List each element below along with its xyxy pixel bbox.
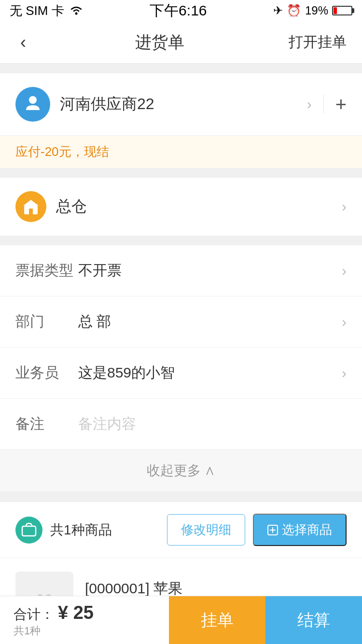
products-header: 共1种商品 修改明细 选择商品 (0, 502, 362, 558)
page-title: 进货单 (135, 31, 184, 54)
footer-total: 合计： ¥ 25 共1种 (0, 596, 169, 644)
chevron-right-icon-2: › (342, 198, 347, 215)
person-icon (24, 94, 42, 115)
hang-button[interactable]: 挂单 (169, 596, 265, 644)
chevron-right-icon-4: › (342, 314, 347, 330)
cart-icon (21, 522, 37, 538)
gap-1 (0, 64, 362, 73)
chevron-right-icon-3: › (342, 263, 347, 279)
svg-point-0 (75, 12, 77, 14)
total-amount: ¥ 25 (58, 602, 94, 623)
warehouse-card: 总仓 › (0, 178, 362, 236)
supplier-avatar (15, 87, 50, 122)
status-left: 无 SIM 卡 (10, 2, 84, 19)
collapse-label: 收起更多 ∧ (147, 463, 216, 478)
location-icon: ✈ (273, 4, 283, 17)
chevron-right-icon-5: › (342, 365, 347, 381)
status-time: 下午6:16 (150, 1, 207, 21)
salesman-label: 业务员 (15, 363, 78, 383)
product-code: [0000001] (85, 580, 149, 596)
status-right: ✈ ⏰ 19% (273, 4, 352, 17)
supplier-name: 河南供应商22 (60, 94, 307, 115)
footer-bar: 合计： ¥ 25 共1种 挂单 结算 (0, 596, 362, 644)
add-button[interactable]: + (335, 94, 347, 115)
products-icon-wrap (15, 517, 42, 544)
dept-row[interactable]: 部门 总 部 › (0, 296, 362, 348)
checkout-label: 结算 (297, 609, 330, 631)
salesman-value: 这是859的小智 (78, 363, 342, 383)
total-label: 合计： (14, 605, 54, 624)
supplier-row[interactable]: 河南供应商22 › + (0, 73, 362, 136)
dept-label: 部门 (15, 312, 78, 332)
form-section: 票据类型 不开票 › 部门 总 部 › 业务员 这是859的小智 › 备注 备注… (0, 245, 362, 449)
chevron-right-icon: › (307, 96, 312, 112)
svg-marker-3 (23, 200, 39, 206)
open-pending-button[interactable]: 打开挂单 (289, 32, 347, 52)
product-title: 苹果 (153, 580, 182, 596)
dept-value: 总 部 (78, 312, 342, 332)
carrier-text: 无 SIM 卡 (10, 2, 64, 19)
invoice-row[interactable]: 票据类型 不开票 › (0, 245, 362, 296)
select-icon (267, 525, 278, 535)
select-product-label: 选择商品 (282, 521, 332, 538)
back-button[interactable]: ‹ (15, 28, 31, 57)
gap-2 (0, 168, 362, 178)
total-top: 合计： ¥ 25 (14, 602, 155, 624)
svg-point-1 (29, 96, 37, 104)
warehouse-name: 总仓 (56, 196, 342, 217)
edit-detail-button[interactable]: 修改明细 (167, 514, 245, 546)
remark-label: 备注 (15, 414, 78, 434)
battery-icon (332, 6, 352, 15)
collapse-button[interactable]: 收起更多 ∧ (0, 449, 362, 491)
notice-text: 应付-20元，现结 (15, 144, 109, 159)
products-count: 共1种商品 (50, 521, 167, 539)
svg-rect-4 (29, 209, 33, 214)
vertical-divider (323, 95, 324, 114)
invoice-value: 不开票 (78, 261, 342, 280)
nav-bar: ‹ 进货单 打开挂单 (0, 21, 362, 64)
remark-row[interactable]: 备注 备注内容 (0, 399, 362, 449)
warehouse-row[interactable]: 总仓 › (0, 178, 362, 236)
warehouse-icon (22, 198, 40, 215)
hang-label: 挂单 (201, 609, 234, 631)
status-bar: 无 SIM 卡 下午6:16 ✈ ⏰ 19% (0, 0, 362, 21)
gap-4 (0, 491, 362, 501)
notice-bar: 应付-20元，现结 (0, 136, 362, 168)
wifi-icon (69, 3, 84, 18)
supplier-card: 河南供应商22 › + 应付-20元，现结 (0, 73, 362, 168)
main-content: 河南供应商22 › + 应付-20元，现结 总仓 › 票据类型 (0, 64, 362, 644)
select-product-button[interactable]: 选择商品 (253, 514, 347, 546)
battery-pct: 19% (305, 4, 328, 17)
remark-placeholder[interactable]: 备注内容 (78, 414, 347, 434)
warehouse-icon-wrap (15, 191, 46, 222)
gap-3 (0, 236, 362, 245)
salesman-row[interactable]: 业务员 这是859的小智 › (0, 348, 362, 399)
checkout-button[interactable]: 结算 (265, 596, 362, 644)
svg-rect-5 (22, 526, 36, 536)
total-sub: 共1种 (14, 624, 155, 638)
alarm-icon: ⏰ (287, 4, 301, 17)
invoice-label: 票据类型 (15, 261, 78, 280)
